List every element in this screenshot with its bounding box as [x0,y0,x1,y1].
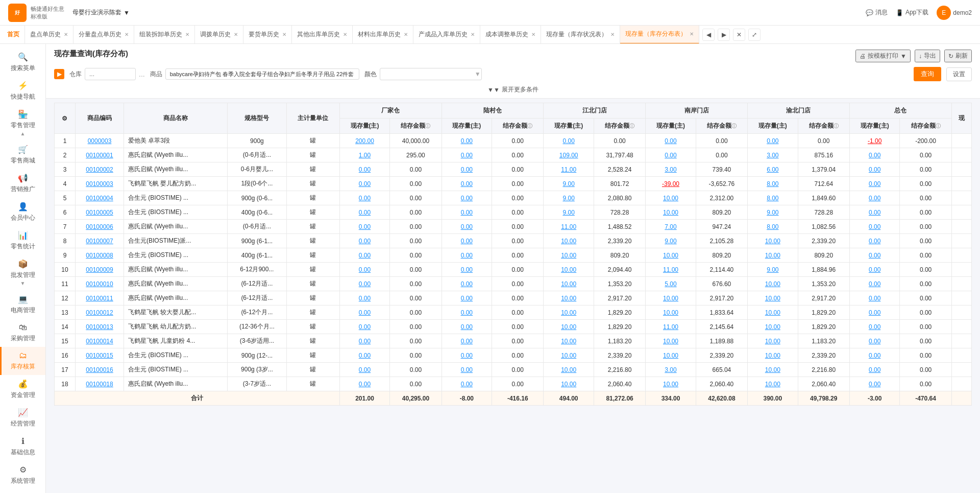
row-total-qty[interactable]: 0.00 [849,248,900,263]
row-code[interactable]: 00100003 [75,177,124,191]
row-total-qty[interactable]: 0.00 [849,234,900,248]
tab-other-outbound[interactable]: 其他出库单历史 ✕ [292,26,353,44]
sidebar-item-marketing[interactable]: 📢 营销推广 [0,169,45,198]
goods-input[interactable] [165,68,359,80]
sidebar-item-finance[interactable]: 💰 资金管理 [0,375,45,404]
row-yubei-qty[interactable]: 10.00 [748,363,798,377]
row-factory-qty[interactable]: 0.00 [339,220,390,234]
row-lucun-qty[interactable]: 0.00 [442,263,492,277]
export-btn[interactable]: ↓ 导出 [915,50,940,62]
row-jiangbei-qty[interactable]: 0.00 [544,134,594,148]
row-jiangbei-qty[interactable]: 10.00 [544,320,594,334]
tab-home[interactable]: 首页 [2,26,25,44]
row-total-qty[interactable]: 0.00 [849,162,900,177]
row-jiangbei-qty[interactable]: 10.00 [544,291,594,306]
row-factory-qty[interactable]: 0.00 [339,306,390,320]
row-factory-qty[interactable]: 0.00 [339,363,390,377]
sidebar-item-collab[interactable]: 🤝 企业协同 [0,489,45,493]
row-lucun-qty[interactable]: 0.00 [442,248,492,263]
row-code[interactable]: 00100018 [75,377,124,391]
tab-close-all-btn[interactable]: ✕ [733,29,745,41]
tab-inventory-count[interactable]: 盘点单历史 ✕ [25,26,74,44]
close-icon[interactable]: ✕ [282,32,286,37]
app-download-btn[interactable]: 📱 App下载 [896,8,928,17]
row-lucun-qty[interactable]: 0.00 [442,363,492,377]
sidebar-item-retail-stats[interactable]: 📊 零售统计 [0,226,45,255]
row-total-qty[interactable]: 0.00 [849,263,900,277]
row-jiangbei-qty[interactable]: 9.00 [544,191,594,205]
row-nanan-qty[interactable]: 7.00 [646,220,696,234]
row-total-qty[interactable]: 0.00 [849,291,900,306]
sidebar-item-members[interactable]: 👤 会员中心 [0,198,45,226]
row-factory-qty[interactable]: 0.00 [339,377,390,391]
row-factory-qty[interactable]: 0.00 [339,291,390,306]
sidebar-item-ecommerce[interactable]: 💻 电商管理 [0,290,45,319]
close-icon[interactable]: ✕ [64,32,68,37]
row-nanan-qty[interactable]: 10.00 [646,191,696,205]
row-factory-qty[interactable]: 200.00 [339,134,390,148]
row-total-qty[interactable]: 0.00 [849,177,900,191]
tab-next-btn[interactable]: ▶ [718,29,730,41]
row-yubei-qty[interactable]: 10.00 [748,277,798,291]
row-nanan-qty[interactable]: 10.00 [646,205,696,220]
sidebar-item-basic-info[interactable]: ℹ 基础信息 [0,432,45,461]
message-btn[interactable]: 💬 消息 [866,8,888,17]
row-jiangbei-qty[interactable]: 10.00 [544,363,594,377]
sidebar-item-nav[interactable]: ⚡ 快捷导航 [0,77,45,105]
close-icon[interactable]: ✕ [234,32,238,37]
row-jiangbei-qty[interactable]: 10.00 [544,248,594,263]
row-code[interactable]: 00100008 [75,248,124,263]
sidebar-item-retail-mgmt[interactable]: 🏪 零售管理 ▲ [0,105,45,140]
row-code[interactable]: 00100010 [75,277,124,291]
filter-expand-arrow[interactable]: ▶ [54,69,64,79]
row-code[interactable]: 00100009 [75,263,124,277]
row-total-qty[interactable]: 0.00 [849,306,900,320]
row-jiangbei-qty[interactable]: 10.00 [544,234,594,248]
row-nanan-qty[interactable]: -39.00 [646,177,696,191]
tab-transfer[interactable]: 调拨单历史 ✕ [195,26,243,44]
close-icon[interactable]: ✕ [471,32,475,37]
row-jiangbei-qty[interactable]: 9.00 [544,177,594,191]
row-yubei-qty[interactable]: 6.00 [748,162,798,177]
row-lucun-qty[interactable]: 0.00 [442,191,492,205]
row-yubei-qty[interactable]: 10.00 [748,348,798,363]
row-factory-qty[interactable]: 0.00 [339,248,390,263]
row-total-qty[interactable]: 0.00 [849,205,900,220]
row-total-qty[interactable]: 0.00 [849,334,900,348]
row-code[interactable]: 0000003 [75,134,124,148]
row-lucun-qty[interactable]: 0.00 [442,205,492,220]
row-yubei-qty[interactable]: 8.00 [748,191,798,205]
row-code[interactable]: 00100014 [75,334,124,348]
close-icon[interactable]: ✕ [185,32,189,37]
print-btn[interactable]: 🖨 按模板打印 ▼ [855,50,911,62]
close-icon[interactable]: ✕ [531,32,535,37]
row-factory-qty[interactable]: 1.00 [339,148,390,162]
row-factory-qty[interactable]: 0.00 [339,348,390,363]
row-nanan-qty[interactable]: 10.00 [646,248,696,263]
row-yubei-qty[interactable]: 10.00 [748,377,798,391]
row-nanan-qty[interactable]: 0.00 [646,148,696,162]
row-yubei-qty[interactable]: 9.00 [748,263,798,277]
row-jiangbei-qty[interactable]: 109.00 [544,148,594,162]
row-nanan-qty[interactable]: 10.00 [646,377,696,391]
tab-partial-count[interactable]: 分量盘点单历史 ✕ [74,26,134,44]
row-jiangbei-qty[interactable]: 9.00 [544,205,594,220]
color-dropdown-icon[interactable]: ▼ [475,71,481,78]
row-code[interactable]: 00100012 [75,306,124,320]
expand-conditions-btn[interactable]: ▼▼ 展开更多条件 [487,85,538,94]
row-code[interactable]: 00100016 [75,363,124,377]
row-lucun-qty[interactable]: 0.00 [442,177,492,191]
row-lucun-qty[interactable]: 0.00 [442,320,492,334]
row-total-qty[interactable]: 0.00 [849,277,900,291]
tab-assembly[interactable]: 组装拆卸单历史 ✕ [134,26,195,44]
tab-prev-btn[interactable]: ◀ [702,29,715,41]
tab-fullscreen-btn[interactable]: ⤢ [748,29,761,41]
row-yubei-qty[interactable]: 0.00 [748,134,798,148]
row-nanan-qty[interactable]: 3.00 [646,162,696,177]
tab-stock-distribution[interactable]: 现存量（库存分布表） ✕ [620,26,699,44]
row-code[interactable]: 00100006 [75,220,124,234]
row-factory-qty[interactable]: 0.00 [339,234,390,248]
row-yubei-qty[interactable]: 10.00 [748,334,798,348]
row-nanan-qty[interactable]: 11.00 [646,320,696,334]
row-lucun-qty[interactable]: 0.00 [442,234,492,248]
